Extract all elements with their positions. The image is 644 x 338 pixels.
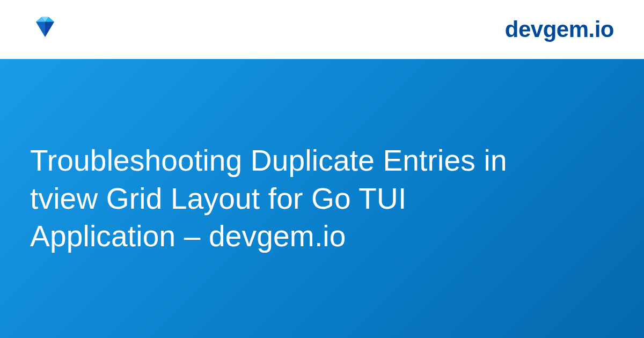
svg-marker-4 — [36, 22, 45, 37]
svg-marker-5 — [45, 22, 54, 37]
header: devgem.io — [0, 0, 644, 59]
gem-icon — [30, 13, 60, 46]
hero: Troubleshooting Duplicate Entries in tvi… — [0, 59, 644, 338]
brand-name: devgem.io — [505, 17, 614, 42]
social-card: devgem.io Troubleshooting Duplicate Entr… — [0, 0, 644, 338]
logo — [30, 13, 60, 46]
page-title: Troubleshooting Duplicate Entries in tvi… — [30, 142, 535, 255]
